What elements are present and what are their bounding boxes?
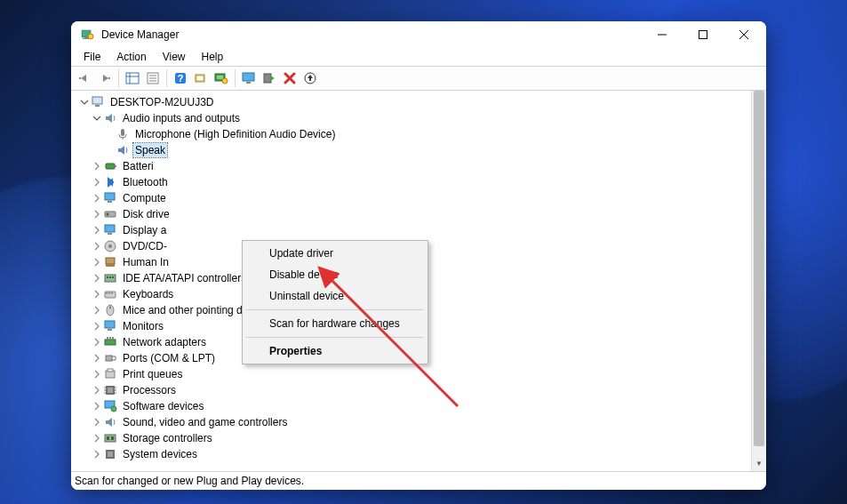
svg-rect-42 <box>106 258 115 264</box>
chevron-right-icon[interactable] <box>91 320 103 332</box>
chevron-right-icon[interactable] <box>91 336 103 348</box>
maximize-button[interactable] <box>683 21 723 48</box>
svg-rect-34 <box>105 193 115 200</box>
device-category-icon <box>103 351 117 365</box>
svg-rect-61 <box>106 356 112 361</box>
close-button[interactable] <box>723 21 764 48</box>
tree-item-label: DVD/CD- <box>121 239 169 253</box>
chevron-right-icon[interactable] <box>91 224 103 236</box>
tree-item-label: System devices <box>121 447 199 461</box>
speaker-icon <box>116 143 130 157</box>
ctx-uninstall-device[interactable]: Uninstall device <box>244 285 426 307</box>
ctx-separator <box>246 309 424 310</box>
tree-item[interactable]: System devices <box>75 446 751 462</box>
svg-rect-32 <box>106 164 115 169</box>
properties-button[interactable] <box>143 68 163 88</box>
toolbar: ? <box>71 66 766 91</box>
tree-item[interactable]: Print queues <box>75 366 751 382</box>
scroll-thumb[interactable] <box>754 91 764 446</box>
tree-item[interactable]: Bluetooth <box>75 174 751 190</box>
device-category-icon <box>103 287 117 301</box>
context-menu: Update driver Disable device Uninstall d… <box>242 240 428 364</box>
chevron-right-icon[interactable] <box>91 432 103 444</box>
minimize-button[interactable] <box>642 21 683 48</box>
chevron-right-icon[interactable] <box>91 352 103 364</box>
svg-rect-39 <box>108 233 112 235</box>
menu-help[interactable]: Help <box>195 49 231 65</box>
tree-item[interactable]: Software devices <box>75 398 751 414</box>
chevron-right-icon[interactable] <box>91 272 103 284</box>
scan-hardware-button[interactable] <box>212 68 231 88</box>
scroll-down-icon[interactable]: ▼ <box>752 456 766 471</box>
uninstall-button[interactable] <box>280 68 300 88</box>
show-hidden-button[interactable] <box>123 68 142 88</box>
vertical-scrollbar[interactable]: ▲ ▼ <box>751 91 766 471</box>
chevron-right-icon[interactable] <box>91 176 103 188</box>
svg-point-41 <box>108 244 112 248</box>
tree-audio-group[interactable]: Audio inputs and outputs <box>75 110 751 126</box>
device-category-icon <box>103 303 117 317</box>
tree-item-label: Storage controllers <box>121 431 214 445</box>
svg-rect-65 <box>108 388 113 393</box>
chevron-right-icon[interactable] <box>91 288 103 300</box>
chevron-down-icon[interactable] <box>78 96 91 108</box>
window-title: Device Manager <box>101 28 179 41</box>
svg-rect-50 <box>108 292 110 294</box>
enable-device-button[interactable] <box>260 68 279 88</box>
chevron-right-icon[interactable] <box>91 192 103 204</box>
tree-root[interactable]: DESKTOP-M2UUJ3D <box>75 94 751 110</box>
ctx-disable-device[interactable]: Disable device <box>244 264 426 285</box>
tree-item[interactable]: Compute <box>75 190 751 206</box>
monitor-button[interactable] <box>239 68 259 88</box>
update-driver-button[interactable] <box>191 68 211 88</box>
svg-rect-9 <box>108 77 110 79</box>
up-button[interactable] <box>300 68 320 88</box>
svg-point-23 <box>222 78 228 84</box>
device-category-icon <box>103 335 117 349</box>
tree-item[interactable]: Batteri <box>75 158 751 174</box>
statusbar-text: Scan for changed or new Plug and Play de… <box>75 475 304 487</box>
tree-item[interactable]: Sound, video and game controllers <box>75 414 751 430</box>
tree-microphone[interactable]: Microphone (High Definition Audio Device… <box>75 126 751 142</box>
device-category-icon <box>103 191 117 205</box>
chevron-right-icon[interactable] <box>91 368 103 380</box>
chevron-right-icon[interactable] <box>91 416 103 428</box>
tree-item-label: IDE ATA/ATAPI controllers <box>121 271 248 285</box>
chevron-right-icon[interactable] <box>91 304 103 316</box>
chevron-right-icon[interactable] <box>91 160 103 172</box>
chevron-right-icon[interactable] <box>91 448 103 460</box>
menu-action[interactable]: Action <box>109 49 153 65</box>
tree-item[interactable]: Display a <box>75 222 751 238</box>
forward-button[interactable] <box>95 68 115 88</box>
back-button[interactable] <box>75 68 94 88</box>
device-category-icon <box>103 367 117 381</box>
chevron-right-icon[interactable] <box>91 208 103 220</box>
svg-rect-49 <box>106 292 108 294</box>
ctx-scan-hardware[interactable]: Scan for hardware changes <box>244 313 426 334</box>
tree-speakers[interactable]: Speak <box>75 142 751 158</box>
chevron-right-icon[interactable] <box>91 256 103 268</box>
tree-item-label: Audio inputs and outputs <box>121 111 242 125</box>
menu-view[interactable]: View <box>156 49 193 65</box>
ctx-properties[interactable]: Properties <box>244 340 426 362</box>
svg-text:?: ? <box>178 73 184 84</box>
chevron-down-icon[interactable] <box>91 112 103 124</box>
svg-rect-45 <box>107 276 108 278</box>
tree-item[interactable]: Processors <box>75 382 751 398</box>
device-category-icon <box>103 431 117 445</box>
chevron-right-icon[interactable] <box>91 240 103 252</box>
chevron-right-icon[interactable] <box>91 400 103 412</box>
svg-rect-24 <box>243 73 254 81</box>
chevron-right-icon[interactable] <box>91 384 103 396</box>
tree-item-label: Monitors <box>121 319 165 333</box>
tree-item-label: Display a <box>121 223 168 237</box>
menu-file[interactable]: File <box>76 49 108 65</box>
device-tree-container: DESKTOP-M2UUJ3D Audio inputs and outputs… <box>71 91 766 472</box>
device-category-icon <box>103 255 117 269</box>
svg-rect-74 <box>105 435 116 442</box>
ctx-update-driver[interactable]: Update driver <box>244 243 426 264</box>
svg-rect-54 <box>109 307 111 308</box>
tree-item[interactable]: Disk drive <box>75 206 751 222</box>
help-button[interactable]: ? <box>171 68 190 88</box>
tree-item[interactable]: Storage controllers <box>75 430 751 446</box>
